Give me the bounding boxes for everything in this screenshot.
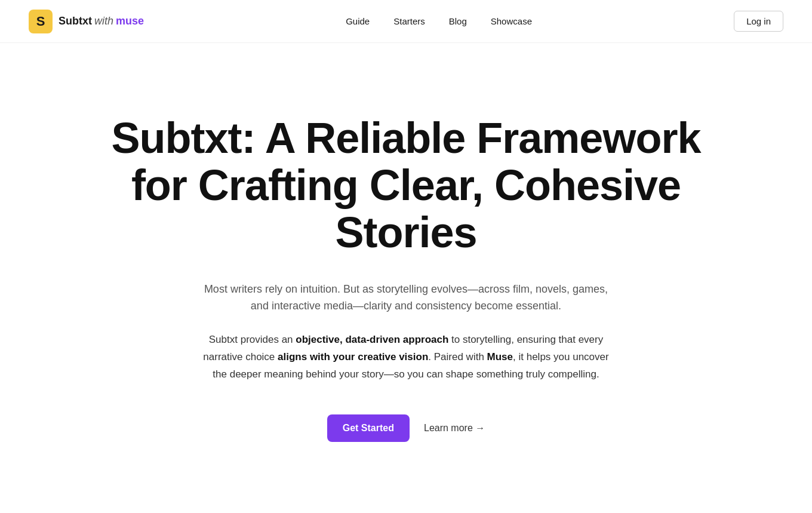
nav-item-showcase[interactable]: Showcase bbox=[491, 16, 532, 27]
nav-link-showcase[interactable]: Showcase bbox=[491, 16, 532, 26]
nav-link-blog[interactable]: Blog bbox=[449, 16, 467, 26]
hero-body-bold2: aligns with your creative vision bbox=[278, 351, 428, 363]
logo-link[interactable]: S Subtxtwithmuse bbox=[29, 10, 144, 33]
hero-title: Subtxt: A Reliable Framework for Craftin… bbox=[106, 115, 706, 257]
navbar: S Subtxtwithmuse Guide Starters Blog Sho… bbox=[0, 0, 812, 43]
nav-item-guide[interactable]: Guide bbox=[346, 16, 370, 27]
hero-actions: Get Started Learn more → bbox=[327, 414, 485, 442]
learn-more-button[interactable]: Learn more → bbox=[424, 423, 485, 434]
brand-name: Subtxt bbox=[59, 15, 92, 27]
logo-letter: S bbox=[36, 14, 45, 29]
hero-body-mid2: . Paired with bbox=[428, 351, 487, 363]
nav-link-guide[interactable]: Guide bbox=[346, 16, 370, 26]
logo-text: Subtxtwithmuse bbox=[59, 15, 144, 27]
hero-body-bold1: objective, data-driven approach bbox=[296, 334, 448, 345]
nav-link-starters[interactable]: Starters bbox=[393, 16, 425, 26]
hero-body-muse: Muse bbox=[487, 351, 513, 363]
hero-subtitle: Most writers rely on intuition. But as s… bbox=[203, 281, 609, 315]
hero-section: Subtxt: A Reliable Framework for Craftin… bbox=[78, 43, 734, 490]
with-label: with bbox=[94, 15, 113, 27]
hero-body: Subtxt provides an objective, data-drive… bbox=[203, 331, 609, 383]
get-started-button[interactable]: Get Started bbox=[327, 414, 410, 442]
nav-item-blog[interactable]: Blog bbox=[449, 16, 467, 27]
nav-item-starters[interactable]: Starters bbox=[393, 16, 425, 27]
muse-label: muse bbox=[116, 15, 144, 27]
login-button[interactable]: Log in bbox=[734, 11, 783, 32]
logo-icon: S bbox=[29, 10, 53, 33]
hero-body-prefix: Subtxt provides an bbox=[209, 334, 296, 345]
nav-links: Guide Starters Blog Showcase bbox=[346, 16, 532, 27]
